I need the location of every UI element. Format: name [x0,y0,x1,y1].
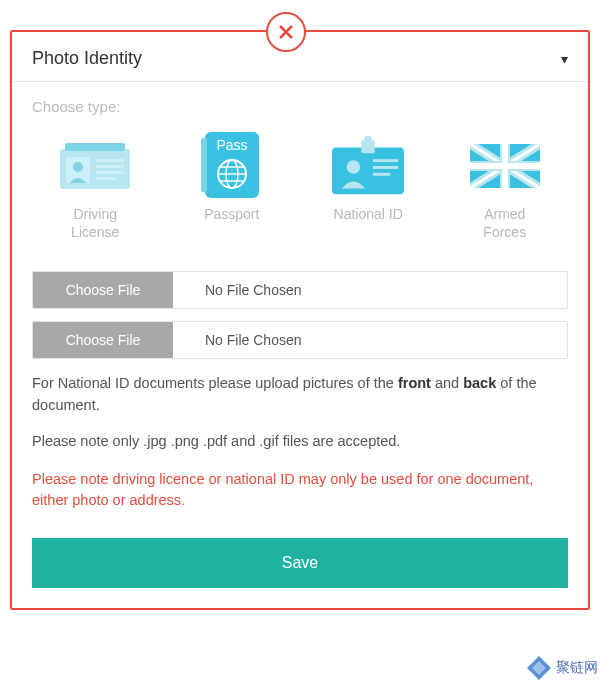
svg-rect-22 [373,173,391,176]
svg-rect-9 [201,138,207,192]
svg-rect-1 [65,143,125,151]
type-driving-license[interactable]: DrivingLicense [32,133,159,245]
save-button[interactable]: Save [32,538,568,588]
file-input-1: Choose File No File Chosen [32,271,568,309]
national-id-note: For National ID documents please upload … [32,373,568,417]
watermark-icon [524,653,554,683]
close-icon [276,22,296,42]
chevron-down-icon: ▾ [561,51,568,67]
svg-point-3 [73,162,83,172]
type-armed-forces[interactable]: ArmedForces [442,133,569,245]
svg-rect-4 [96,159,124,162]
type-label: ArmedForces [483,205,526,241]
type-national-id[interactable]: National ID [305,133,432,245]
file-input-2: Choose File No File Chosen [32,321,568,359]
svg-rect-20 [373,159,398,162]
type-label: Passport [204,205,259,223]
file-status-1: No File Chosen [173,272,567,308]
choose-file-button-2[interactable]: Choose File [33,322,173,358]
watermark: 聚链网 [524,653,598,683]
type-passport[interactable]: Pass Passport [169,133,296,245]
armed-forces-icon [469,137,541,195]
choose-type-label: Choose type: [32,98,568,115]
national-id-icon [332,137,404,195]
type-label: National ID [334,205,403,223]
photo-identity-card: Photo Identity ▾ Choose type: [10,30,590,610]
svg-point-18 [364,136,372,144]
document-type-row: DrivingLicense Pass Passport [32,133,568,245]
svg-rect-27 [502,144,508,188]
passport-icon: Pass [196,137,268,195]
close-button[interactable] [266,12,306,52]
svg-rect-6 [96,171,124,174]
svg-point-19 [347,160,361,174]
restriction-warning: Please note driving licence or national … [32,469,568,513]
svg-text:Pass: Pass [216,137,247,153]
svg-rect-7 [96,177,116,180]
file-types-note: Please note only .jpg .png .pdf and .gif… [32,431,568,453]
svg-rect-21 [373,166,398,169]
choose-file-button-1[interactable]: Choose File [33,272,173,308]
type-label: DrivingLicense [71,205,119,241]
svg-rect-5 [96,165,124,168]
file-status-2: No File Chosen [173,322,567,358]
driving-license-icon [59,137,131,195]
